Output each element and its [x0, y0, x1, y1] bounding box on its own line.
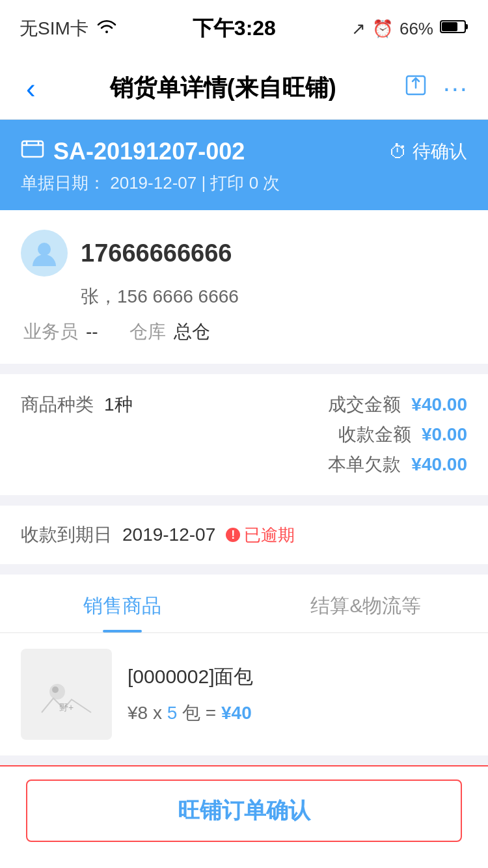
status-carrier: 无SIM卡	[20, 16, 117, 41]
confirm-button-wrap: 旺铺订单确认	[0, 765, 488, 868]
warehouse: 仓库 总仓	[129, 319, 210, 344]
customer-name: 张，156 6666 6666	[81, 284, 467, 309]
svg-point-7	[52, 686, 59, 693]
due-date-section: 收款到期日 2019-12-07 ! 已逾期	[0, 506, 488, 564]
order-status-text: 待确认	[413, 139, 467, 164]
alarm-icon: ⏰	[372, 19, 393, 39]
wifi-icon	[96, 18, 117, 39]
customer-section: 17666666666 张，156 6666 6666 业务员 -- 仓库 总仓	[0, 210, 488, 364]
status-icons: ↗ ⏰ 66%	[351, 19, 468, 39]
order-date-row: 单据日期： 2019-12-07 | 打印 0 次	[21, 172, 467, 195]
share-icon[interactable]	[404, 74, 427, 103]
tab-products[interactable]: 销售商品	[0, 575, 244, 632]
location-icon: ↗	[351, 19, 366, 39]
product-details: [0000002]面包 ¥8 x 5 包 = ¥40	[128, 664, 467, 726]
overdue-warning-icon: !	[226, 528, 240, 542]
owed-amount: 本单欠款 ¥40.00	[328, 452, 467, 477]
status-time: 下午3:28	[193, 14, 276, 43]
nav-actions: ···	[404, 74, 468, 103]
svg-text:野+: 野+	[59, 702, 74, 712]
product-type: 商品种类 1种	[21, 392, 133, 417]
summary-section: 商品种类 1种 成交金额 ¥40.00 收款金额 ¥0.00 本单欠款 ¥40.…	[0, 374, 488, 495]
battery-text: 66%	[400, 19, 433, 39]
more-icon[interactable]: ···	[443, 74, 468, 103]
product-price-row: ¥8 x 5 包 = ¥40	[128, 701, 467, 726]
svg-point-5	[38, 243, 51, 256]
product-thumbnail: 野+	[21, 649, 112, 740]
status-bar: 无SIM卡 下午3:28 ↗ ⏰ 66%	[0, 0, 488, 57]
status-clock-icon: ⏱	[389, 141, 407, 163]
battery-icon	[440, 19, 468, 39]
nav-bar: ‹ 销货单详情(来自旺铺) ···	[0, 57, 488, 120]
avatar	[21, 230, 68, 277]
confirm-order-button[interactable]: 旺铺订单确认	[26, 780, 462, 842]
product-name: [0000002]面包	[128, 664, 467, 690]
carrier-text: 无SIM卡	[20, 16, 88, 41]
tabs-row: 销售商品 结算&物流等	[0, 575, 488, 633]
deal-amount: 成交金额 ¥40.00	[328, 392, 467, 417]
order-id: SA-20191207-002	[53, 138, 245, 165]
order-type-icon	[21, 139, 44, 165]
sales-rep: 业务员 --	[23, 319, 98, 344]
svg-rect-4	[22, 141, 43, 157]
svg-rect-1	[465, 24, 468, 29]
customer-phone: 17666666666	[81, 239, 232, 267]
back-button[interactable]: ‹	[20, 66, 42, 111]
order-status: ⏱ 待确认	[389, 139, 467, 164]
tab-settlement[interactable]: 结算&物流等	[244, 575, 488, 632]
order-banner: SA-20191207-002 ⏱ 待确认 单据日期： 2019-12-07 |…	[0, 120, 488, 210]
customer-meta: 业务员 -- 仓库 总仓	[23, 319, 467, 344]
product-item: 野+ [0000002]面包 ¥8 x 5 包 = ¥40	[0, 633, 488, 755]
overdue-badge: ! 已逾期	[226, 524, 295, 547]
received-amount: 收款金额 ¥0.00	[338, 422, 467, 447]
svg-rect-2	[442, 22, 457, 31]
page-title: 销货单详情(来自旺铺)	[110, 72, 336, 104]
tabs-section: 销售商品 结算&物流等 野+ [0000002]面包 ¥8 x 5 包 = ¥4…	[0, 575, 488, 755]
